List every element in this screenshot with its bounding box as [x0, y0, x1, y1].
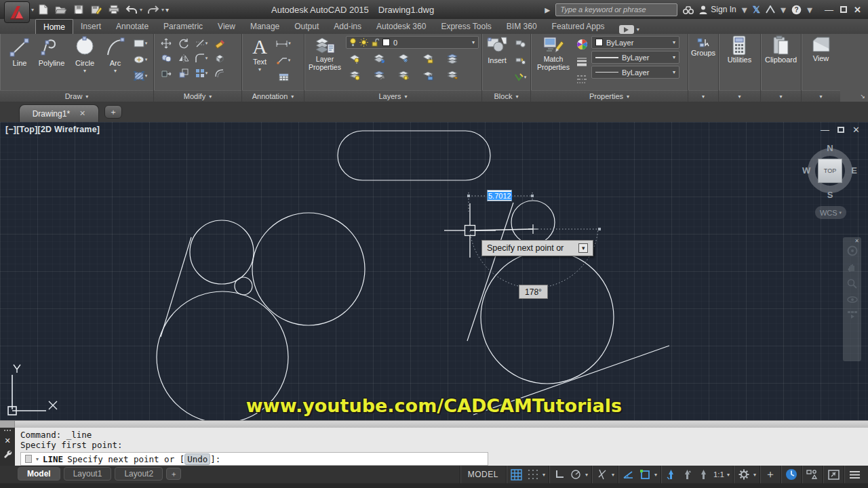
- redo-icon[interactable]: [146, 3, 160, 16]
- annotation-scale-value[interactable]: 1:1: [713, 470, 724, 479]
- layer-thaw-icon[interactable]: [396, 68, 411, 83]
- tab-parametric[interactable]: Parametric: [156, 19, 210, 34]
- layout1-tab[interactable]: Layout1: [64, 467, 112, 481]
- polar-tracking-icon[interactable]: [569, 468, 583, 481]
- search-binoculars-icon[interactable]: [683, 5, 694, 14]
- zoom-icon[interactable]: [847, 279, 857, 289]
- annotation-panel-label[interactable]: Annotation▾: [242, 90, 304, 102]
- move-icon[interactable]: [157, 36, 175, 51]
- tab-add-ins[interactable]: Add-ins: [326, 19, 369, 34]
- undo-option-button[interactable]: Undo: [184, 453, 210, 465]
- lineweight-icon[interactable]: [575, 54, 589, 69]
- help-icon[interactable]: ?: [791, 5, 802, 15]
- application-menu-caret-icon[interactable]: ▾: [31, 7, 34, 13]
- maximize-button[interactable]: [840, 6, 847, 13]
- pan-hand-icon[interactable]: [847, 262, 857, 272]
- object-snap-caret-icon[interactable]: ▾: [654, 472, 657, 478]
- redo-caret-icon[interactable]: ▾: [161, 7, 164, 13]
- layer-match-icon[interactable]: [445, 51, 460, 66]
- command-drag-grip[interactable]: [3, 429, 12, 432]
- workspace-gear-icon[interactable]: [737, 468, 751, 481]
- search-input[interactable]: [555, 3, 677, 16]
- object-snap-tracking-icon[interactable]: [622, 468, 635, 481]
- circle-button[interactable]: Circle ▾: [69, 36, 100, 90]
- close-button[interactable]: ✕: [854, 5, 861, 14]
- viewcube-south[interactable]: S: [804, 190, 856, 200]
- dynamic-input-field[interactable]: 5.7012: [487, 190, 512, 201]
- line-button[interactable]: Line: [5, 36, 34, 90]
- block-edit-icon[interactable]: [511, 36, 529, 51]
- command-input-row[interactable]: ▾ LINE Specify next point or [ Undo ]:: [20, 452, 488, 466]
- properties-panel-label[interactable]: Properties▾ ↘: [531, 90, 688, 102]
- layer-dropdown[interactable]: 0 ▾: [346, 36, 479, 49]
- annotation-autoscale-icon[interactable]: [681, 468, 694, 481]
- drawing-entities[interactable]: [157, 131, 669, 420]
- annotation-scale-person-icon[interactable]: [697, 468, 711, 481]
- block-define-attributes-icon[interactable]: [511, 53, 529, 68]
- showmotion-icon[interactable]: [847, 310, 858, 319]
- clipboard-button[interactable]: Clipboard: [765, 35, 797, 64]
- utilities-button[interactable]: Utilities: [728, 35, 751, 64]
- drawing-tab[interactable]: Drawing1* ✕: [19, 104, 99, 122]
- color-wheel-icon[interactable]: [575, 37, 589, 52]
- drawing-tab-close-icon[interactable]: ✕: [79, 109, 85, 118]
- hatch-tool-icon[interactable]: ▾: [132, 68, 149, 83]
- viewcube-east[interactable]: E: [851, 165, 857, 176]
- tab-view[interactable]: View: [210, 19, 243, 34]
- sign-in-caret-icon[interactable]: ▾: [742, 3, 747, 16]
- layer-unlock-small-icon[interactable]: [420, 68, 435, 83]
- visual-style-control[interactable]: [2D Wireframe]: [38, 125, 100, 134]
- leader-tool-icon[interactable]: ▾: [275, 53, 292, 68]
- connect-media-button[interactable]: ▾: [619, 25, 639, 34]
- object-snap-icon[interactable]: [638, 468, 652, 481]
- fillet-icon[interactable]: ▾: [193, 51, 210, 66]
- tab-insert[interactable]: Insert: [73, 19, 108, 34]
- viewcube[interactable]: N W E S TOP: [804, 139, 856, 201]
- autodesk-360-icon[interactable]: [766, 5, 775, 14]
- command-wrench-icon[interactable]: [3, 449, 12, 458]
- annotation-monitor-plus-icon[interactable]: ＋: [764, 468, 777, 481]
- arc-caret-icon[interactable]: ▾: [114, 67, 117, 75]
- utilities-panel-label[interactable]: ▾: [719, 90, 760, 102]
- viewport-menu-control[interactable]: [−]: [5, 125, 16, 134]
- layers-panel-label[interactable]: Layers▾: [304, 90, 481, 102]
- doc-close-icon[interactable]: ✕: [852, 125, 860, 135]
- workspace-caret-icon[interactable]: ▾: [753, 472, 756, 478]
- tab-manage[interactable]: Manage: [243, 19, 287, 34]
- horizontal-scrollbar[interactable]: [0, 420, 868, 428]
- new-drawing-tab-button[interactable]: ＋: [104, 105, 122, 119]
- application-menu-button[interactable]: [4, 1, 30, 23]
- lineweight-dropdown[interactable]: ByLayer ▾: [591, 51, 679, 64]
- stretch-icon[interactable]: [157, 66, 175, 81]
- tab-output[interactable]: Output: [287, 19, 326, 34]
- new-layout-button[interactable]: ＋: [166, 468, 181, 480]
- groups-panel-label[interactable]: ▾: [688, 90, 718, 102]
- model-tab[interactable]: Model: [18, 467, 60, 481]
- view-button[interactable]: View: [812, 35, 831, 62]
- save-as-icon[interactable]: [90, 3, 103, 16]
- command-close-icon[interactable]: ✕: [4, 436, 10, 445]
- layer-freeze-icon[interactable]: [396, 51, 411, 66]
- tab-featured-apps[interactable]: Featured Apps: [545, 19, 612, 34]
- minimize-button[interactable]: —: [825, 5, 833, 14]
- groups-button[interactable]: Groups: [691, 37, 715, 57]
- undo-caret-icon[interactable]: ▾: [140, 7, 142, 13]
- doc-minimize-icon[interactable]: —: [821, 125, 829, 135]
- exchange-x-icon[interactable]: 𝕏: [753, 4, 760, 15]
- tab-autodesk-360[interactable]: Autodesk 360: [369, 19, 433, 34]
- isolate-objects-icon[interactable]: [806, 468, 819, 481]
- layer-isolate-icon[interactable]: [347, 51, 362, 66]
- clipboard-panel-label[interactable]: ▾: [761, 90, 801, 102]
- layer-properties-button[interactable]: Layer Properties: [307, 36, 342, 90]
- steering-wheel-icon[interactable]: [847, 245, 858, 256]
- command-customize-icon[interactable]: [25, 455, 32, 463]
- draw-panel-label[interactable]: Draw▾: [0, 90, 153, 102]
- orbit-icon[interactable]: [847, 295, 858, 304]
- customization-menu-icon[interactable]: [848, 468, 861, 481]
- properties-dialog-launcher-icon[interactable]: ↘: [860, 93, 865, 100]
- erase-icon[interactable]: [210, 36, 228, 51]
- tooltip-options-icon[interactable]: ▾: [578, 243, 588, 253]
- text-caret-icon[interactable]: ▾: [258, 66, 261, 74]
- trim-icon[interactable]: ▾: [193, 36, 210, 51]
- new-file-icon[interactable]: [37, 3, 50, 16]
